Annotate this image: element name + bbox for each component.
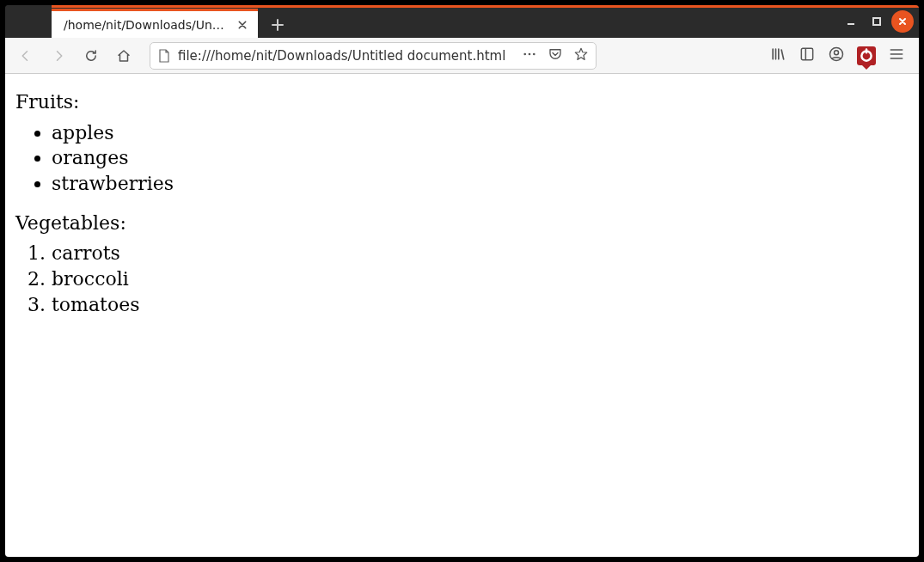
urlbar-end-icons [522, 46, 589, 65]
menu-button[interactable] [888, 46, 905, 66]
browser-window: /home/nit/Downloads/Untitled [5, 5, 919, 557]
document-body: Fruits: apples oranges strawberries Vege… [5, 74, 919, 339]
window-controls [840, 5, 914, 38]
svg-rect-4 [801, 48, 812, 59]
list-item: tomatoes [52, 292, 909, 318]
account-icon[interactable] [828, 46, 845, 66]
close-tab-icon[interactable] [236, 18, 249, 32]
page-viewport[interactable]: Fruits: apples oranges strawberries Vege… [5, 74, 919, 557]
tab-bar: /home/nit/Downloads/Untitled [5, 5, 291, 38]
ublock-icon[interactable] [857, 46, 876, 65]
list-item: broccoli [52, 266, 909, 292]
list-item: strawberries [52, 171, 909, 197]
titlebar: /home/nit/Downloads/Untitled [5, 5, 919, 38]
svg-rect-0 [873, 18, 880, 25]
window-minimize-button[interactable] [840, 10, 862, 33]
address-bar[interactable]: file:///home/nit/Downloads/Untitled docu… [150, 42, 597, 70]
svg-point-2 [529, 52, 531, 55]
sidebar-icon[interactable] [799, 46, 816, 66]
pocket-icon[interactable] [548, 46, 563, 65]
toolbar: file:///home/nit/Downloads/Untitled docu… [5, 38, 919, 74]
vegetables-list: carrots broccoli tomatoes [15, 241, 909, 317]
file-icon [157, 49, 171, 63]
svg-point-1 [523, 52, 526, 55]
window-close-button[interactable] [891, 10, 914, 33]
list-item: apples [52, 120, 909, 146]
tab-title: /home/nit/Downloads/Untitled [64, 18, 227, 32]
library-icon[interactable] [769, 46, 786, 66]
url-text: file:///home/nit/Downloads/Untitled docu… [178, 48, 515, 64]
toolbar-right-tools [769, 46, 910, 66]
nav-back-button[interactable] [14, 44, 38, 68]
window-maximize-button[interactable] [866, 10, 888, 33]
list-item: oranges [52, 145, 909, 171]
fruits-heading: Fruits: [15, 89, 909, 115]
bookmark-star-icon[interactable] [573, 46, 589, 65]
fruits-list: apples oranges strawberries [15, 120, 909, 197]
more-actions-icon[interactable] [522, 46, 537, 65]
list-item: carrots [52, 241, 909, 266]
svg-point-3 [533, 52, 535, 55]
active-tab[interactable]: /home/nit/Downloads/Untitled [52, 9, 258, 38]
reload-button[interactable] [79, 44, 103, 68]
home-button[interactable] [112, 44, 136, 68]
nav-forward-button[interactable] [46, 44, 70, 68]
new-tab-button[interactable] [265, 12, 291, 38]
svg-point-6 [835, 50, 839, 54]
vegetables-heading: Vegetables: [15, 211, 909, 236]
